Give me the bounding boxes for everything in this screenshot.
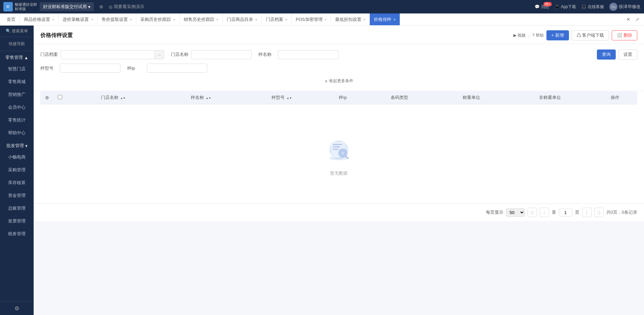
- message-badge: 99+: [543, 2, 552, 6]
- collapse-bar[interactable]: ∧ 收起更多条件: [40, 77, 637, 85]
- pagination: 每页显示 50 10 20 100 ⟨⟨ ⟨ 算 页 ⟩ ⟩⟩ 共0页，0条记录: [34, 203, 644, 221]
- sidebar-item-ledger[interactable]: 总账管理: [0, 202, 34, 215]
- chevron-down-icon: ▾: [88, 4, 91, 9]
- tab-price-scale[interactable]: 价格传秤 ×: [370, 13, 400, 26]
- prev-page-button[interactable]: ⟨: [540, 208, 549, 217]
- close-icon[interactable]: ×: [130, 18, 132, 22]
- th-settings: ⚙: [40, 91, 54, 104]
- sidebar-item-purchase[interactable]: 采购管理: [0, 164, 34, 176]
- tab-store-catalog[interactable]: 门店商品目录 ×: [223, 13, 261, 26]
- delete-button[interactable]: ⬜ 删除: [612, 30, 637, 40]
- table-settings-icon[interactable]: ⚙: [45, 95, 49, 100]
- tab-purchase-history[interactable]: 采购历史价跟踪 ×: [136, 13, 179, 26]
- sidebar-item-tax[interactable]: 税务管理: [0, 228, 34, 240]
- sidebar-settings-button[interactable]: ⚙: [0, 305, 34, 312]
- page-header: 价格传秤设置 ▶ 视频 | ? 帮助 + 新增 凸 客户端下载 ⬜: [34, 26, 644, 44]
- tab-min-discount[interactable]: 最低折扣设置 ×: [331, 13, 370, 26]
- last-page-button[interactable]: ⟩⟩: [594, 208, 604, 217]
- app-download-button[interactable]: 📱 App下载: [554, 4, 576, 10]
- close-icon[interactable]: ×: [216, 18, 218, 22]
- sidebar-item-inventory[interactable]: 库存核算: [0, 176, 34, 189]
- app-selector[interactable]: 好业财标准版交付试用 ▾: [40, 2, 94, 11]
- chevron-up-icon: ∧: [325, 79, 328, 83]
- close-icon[interactable]: ×: [173, 18, 175, 22]
- sidebar: 🔍 搜索菜单 快捷导航 零售管理 ▲ 智慧门店 零售商城 营销推广 会员中心 零…: [0, 26, 34, 315]
- th-operation: 操作: [593, 91, 637, 104]
- store-name-input[interactable]: [191, 50, 252, 59]
- sidebar-item-members[interactable]: 会员中心: [0, 101, 34, 114]
- scale-model-input[interactable]: [60, 64, 120, 73]
- play-icon: ◎: [109, 4, 112, 9]
- sidebar-group-retail[interactable]: 零售管理 ▲: [0, 51, 34, 63]
- store-name-label: 门店名称: [171, 51, 188, 58]
- search-icon: 🔍: [6, 29, 11, 33]
- sidebar-item-finance[interactable]: 资金管理: [0, 189, 34, 202]
- top-bar-left: 财 畅捷通好业财 标准版 好业财标准版交付试用 ▾ ⚙ ◎ 我要看实例演示: [3, 2, 144, 11]
- separator: |: [528, 33, 529, 38]
- online-service-button[interactable]: 🎧 在线客服: [581, 4, 604, 10]
- main-layout: 🔍 搜索菜单 快捷导航 零售管理 ▲ 智慧门店 零售商城 营销推广 会员中心 零…: [0, 26, 644, 315]
- per-page-label: 每页显示: [486, 209, 503, 215]
- settings-icon-button[interactable]: ⚙: [97, 2, 106, 11]
- close-icon[interactable]: ×: [363, 18, 365, 22]
- next-page-button[interactable]: ⟩: [582, 208, 592, 217]
- add-button[interactable]: + 新增: [546, 30, 569, 40]
- tab-store-archive[interactable]: 门店档案 ×: [262, 13, 292, 26]
- close-icon[interactable]: ×: [285, 18, 287, 22]
- form-item-scale-ip: 秤ip: [127, 64, 207, 73]
- logo-area: 财 畅捷通好业财 标准版: [3, 2, 37, 11]
- close-tab-button[interactable]: ✕: [624, 16, 632, 23]
- scale-name-label: 秤名称: [258, 51, 275, 58]
- first-page-button[interactable]: ⟨⟨: [528, 208, 537, 217]
- page-title: 价格传秤设置: [40, 32, 73, 39]
- message-button[interactable]: 💬 消息 99+: [535, 4, 549, 10]
- settings-button[interactable]: 设置: [618, 49, 637, 60]
- store-archive-input[interactable]: [61, 50, 155, 59]
- pagination-total: 共0页，0条记录: [606, 209, 637, 215]
- video-link[interactable]: ▶ 视频: [513, 33, 526, 38]
- empty-text: 暂无数据: [330, 170, 348, 176]
- help-icon: ?: [532, 33, 535, 38]
- user-info[interactable]: Ea 徐泽华修改: [609, 3, 641, 11]
- logo-text: 畅捷通好业财 标准版: [15, 2, 37, 11]
- sidebar-item-help[interactable]: 帮助中心: [0, 127, 34, 139]
- sidebar-item-invoice[interactable]: 发票管理: [0, 215, 34, 228]
- select-all-checkbox[interactable]: [58, 95, 62, 99]
- tab-purchase-strategy[interactable]: 进价策略设置 ×: [59, 13, 97, 26]
- tab-price-settings[interactable]: 商品价格设置 ×: [20, 13, 59, 26]
- sidebar-item-quick-nav[interactable]: 快捷导航: [0, 38, 34, 49]
- sidebar-item-ecommerce[interactable]: 小畅电商: [0, 151, 34, 164]
- th-store-name: 门店名称 ▲▼: [66, 91, 160, 104]
- help-link[interactable]: ? 帮助: [532, 33, 544, 38]
- download-button[interactable]: 凸 客户端下载: [572, 30, 609, 40]
- sidebar-group-wholesale[interactable]: 批发管理 ▾: [0, 139, 34, 151]
- tab-sale-price[interactable]: 售价提取设置 ×: [98, 13, 136, 26]
- sidebar-bottom: ⚙: [0, 302, 34, 315]
- tab-pos-management[interactable]: POS加密管理 ×: [292, 13, 331, 26]
- maximize-tab-button[interactable]: ⤢: [634, 16, 641, 23]
- close-icon[interactable]: ×: [393, 18, 395, 22]
- tab-bar: 首页 商品价格设置 × 进价策略设置 × 售价提取设置 × 采购历史价跟踪 × …: [0, 13, 644, 26]
- tab-sale-history[interactable]: 销售历史价跟踪 ×: [180, 13, 223, 26]
- page-input[interactable]: [559, 209, 572, 216]
- page-header-actions: ▶ 视频 | ? 帮助 + 新增 凸 客户端下载 ⬜ 删除: [513, 30, 637, 40]
- sidebar-item-marketing[interactable]: 营销推广: [0, 88, 34, 101]
- sort-icons: ▲▼: [120, 97, 126, 100]
- sidebar-item-retail-stats[interactable]: 零售统计: [0, 114, 34, 127]
- th-checkbox: [54, 91, 66, 104]
- form-item-store-name: 门店名称: [171, 50, 252, 59]
- per-page-select[interactable]: 50 10 20 100: [506, 208, 525, 217]
- close-icon[interactable]: ×: [255, 18, 257, 22]
- store-archive-btn[interactable]: ···: [155, 50, 164, 59]
- scale-name-input[interactable]: [278, 50, 338, 59]
- close-icon[interactable]: ×: [91, 18, 93, 22]
- tab-home[interactable]: 首页: [3, 13, 20, 26]
- search-button[interactable]: 查询: [597, 49, 616, 60]
- sidebar-item-smart-store[interactable]: 智慧门店: [0, 63, 34, 75]
- sidebar-item-retail-mall[interactable]: 零售商城: [0, 75, 34, 88]
- demo-link[interactable]: ◎ 我要看实例演示: [109, 4, 144, 10]
- close-icon[interactable]: ×: [325, 18, 327, 22]
- close-icon[interactable]: ×: [52, 18, 54, 22]
- scale-ip-input[interactable]: [147, 64, 207, 73]
- sidebar-search[interactable]: 🔍 搜索菜单: [0, 26, 34, 37]
